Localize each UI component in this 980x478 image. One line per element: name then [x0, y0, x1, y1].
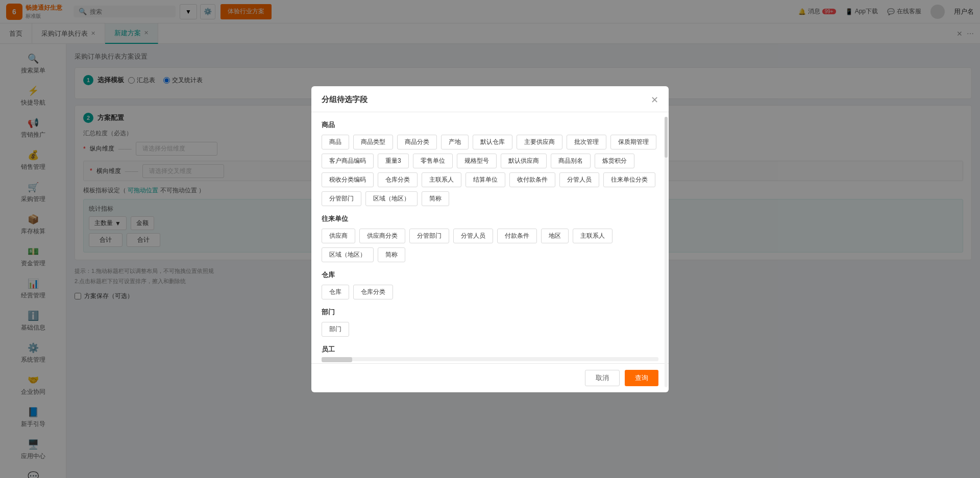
field-tag[interactable]: 零售单位 — [413, 154, 453, 168]
modal-header: 分组待选字段 ✕ — [311, 86, 669, 112]
field-select-modal: 分组待选字段 ✕ 商品商品商品类型商品分类产地默认仓库主要供应商批次管理保质期管… — [311, 86, 669, 392]
field-tag[interactable]: 仓库 — [322, 285, 349, 299]
field-tag[interactable]: 简称 — [378, 247, 405, 262]
field-section-往来单位: 往来单位供应商供应商分类分管部门分管人员付款条件地区主联系人区域（地区）简称 — [322, 214, 658, 262]
field-tag[interactable]: 部门 — [322, 322, 349, 337]
field-tag[interactable]: 分管部门 — [409, 229, 449, 243]
field-tag[interactable]: 商品别名 — [551, 154, 591, 168]
cancel-button[interactable]: 取消 — [585, 370, 620, 386]
field-tags-商品: 商品商品类型商品分类产地默认仓库主要供应商批次管理保质期管理客户商品编码重量3零… — [322, 135, 658, 206]
field-tag[interactable]: 分管人员 — [559, 172, 599, 187]
field-tag[interactable]: 仓库分类 — [353, 285, 393, 299]
field-section-员工: 员工业务员 — [322, 345, 658, 357]
modal-horizontal-scrollbar[interactable] — [322, 357, 658, 361]
field-tag[interactable]: 税收分类编码 — [322, 172, 374, 187]
field-tag[interactable]: 分管部门 — [322, 191, 361, 206]
modal-overlay: 分组待选字段 ✕ 商品商品商品类型商品分类产地默认仓库主要供应商批次管理保质期管… — [0, 0, 980, 478]
field-tag[interactable]: 主联系人 — [422, 172, 461, 187]
field-section-部门: 部门部门 — [322, 308, 658, 337]
field-section-title-仓库: 仓库 — [322, 270, 658, 280]
field-tag[interactable]: 规格型号 — [457, 154, 497, 168]
field-tag[interactable]: 地区 — [541, 229, 569, 243]
field-tag[interactable]: 主要供应商 — [517, 135, 562, 149]
field-tag[interactable]: 分管人员 — [453, 229, 493, 243]
field-tags-往来单位: 供应商供应商分类分管部门分管人员付款条件地区主联系人区域（地区）简称 — [322, 229, 658, 262]
modal-title: 分组待选字段 — [322, 95, 368, 105]
modal-hscroll-thumb — [322, 357, 352, 362]
modal-footer: 取消 查询 — [311, 363, 669, 392]
field-section-title-商品: 商品 — [322, 120, 658, 130]
field-tag[interactable]: 保质期管理 — [610, 135, 656, 149]
field-tag[interactable]: 区域（地区） — [365, 191, 418, 206]
field-tag[interactable]: 默认供应商 — [501, 154, 547, 168]
field-tag[interactable]: 供应商 — [322, 229, 355, 243]
field-tag[interactable]: 供应商分类 — [359, 229, 405, 243]
field-section-title-往来单位: 往来单位 — [322, 214, 658, 223]
field-section-title-部门: 部门 — [322, 308, 658, 317]
field-tags-仓库: 仓库仓库分类 — [322, 285, 658, 299]
field-tag[interactable]: 简称 — [422, 191, 449, 206]
field-tag[interactable]: 默认仓库 — [473, 135, 512, 149]
modal-close-icon[interactable]: ✕ — [651, 94, 658, 106]
field-tag[interactable]: 批次管理 — [567, 135, 606, 149]
modal-scrollbar-track — [665, 117, 668, 387]
confirm-button[interactable]: 查询 — [625, 370, 658, 386]
field-tag[interactable]: 客户商品编码 — [322, 154, 374, 168]
field-tag[interactable]: 主联系人 — [573, 229, 612, 243]
field-tag[interactable]: 重量3 — [378, 154, 409, 168]
field-tag[interactable]: 商品类型 — [353, 135, 393, 149]
field-tag[interactable]: 付款条件 — [497, 229, 537, 243]
field-tag[interactable]: 产地 — [441, 135, 469, 149]
field-tags-部门: 部门 — [322, 322, 658, 337]
field-tag[interactable]: 结算单位 — [465, 172, 505, 187]
modal-scrollbar-thumb — [665, 117, 668, 158]
field-tag[interactable]: 区域（地区） — [322, 247, 374, 262]
field-tag[interactable]: 商品分类 — [397, 135, 437, 149]
field-section-商品: 商品商品商品类型商品分类产地默认仓库主要供应商批次管理保质期管理客户商品编码重量… — [322, 120, 658, 206]
field-tag[interactable]: 收付款条件 — [509, 172, 555, 187]
field-tag[interactable]: 仓库分类 — [378, 172, 418, 187]
field-section-title-员工: 员工 — [322, 345, 658, 354]
field-tag[interactable]: 商品 — [322, 135, 349, 149]
field-section-仓库: 仓库仓库仓库分类 — [322, 270, 658, 299]
field-tag[interactable]: 炼货积分 — [595, 154, 634, 168]
modal-body: 商品商品商品类型商品分类产地默认仓库主要供应商批次管理保质期管理客户商品编码重量… — [311, 112, 669, 357]
field-tag[interactable]: 往来单位分类 — [603, 172, 655, 187]
